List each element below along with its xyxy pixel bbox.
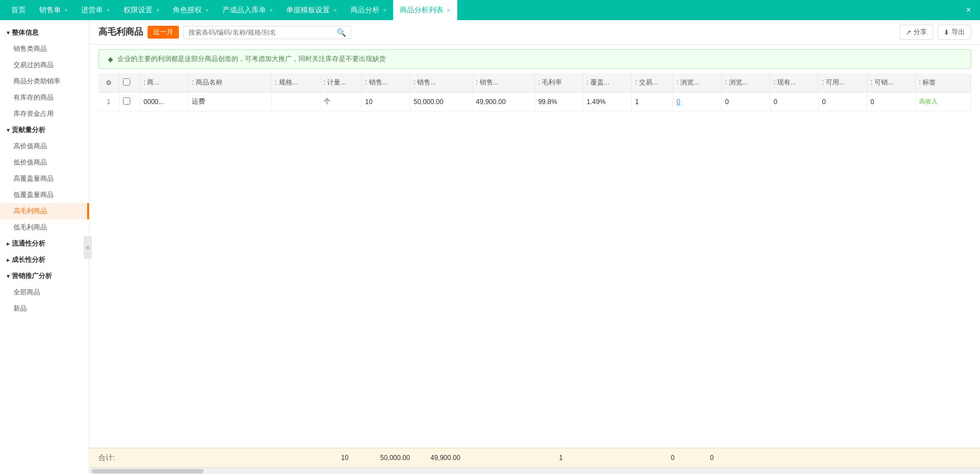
nav-close-icon[interactable]: × [156,7,159,13]
nav-item-产成品入库单[interactable]: 产成品入库单× [216,0,280,20]
search-icon: 🔍 [337,28,346,37]
nav-close-icon[interactable]: × [205,7,209,13]
sidebar-item-高毛利商品[interactable]: 高毛利商品 [0,203,89,219]
search-input[interactable] [188,29,337,36]
sellable-stock: 0 [867,92,916,111]
sidebar-item-交易过的商品[interactable]: 交易过的商品 [0,57,89,73]
col-header-17[interactable]: : 标签 [915,73,970,92]
sidebar-collapse-button[interactable]: « [84,236,92,259]
col-header-3[interactable]: : 商品名称 [188,73,272,92]
footer-cell-6: 10 [338,454,377,462]
footer-cell-12 [589,454,628,462]
col-header-5[interactable]: : 计量... [320,73,361,92]
sidebar-group-贡献量分析[interactable]: ▾贡献量分析 [0,122,89,138]
sidebar-item-新品[interactable]: 新品 [0,301,89,317]
coverage: 1.49% [583,92,632,111]
nav-item-角色授权[interactable]: 角色授权× [166,0,215,20]
table-footer: 合计:1050,000.0049,900.00100 [89,448,980,467]
col-header-9[interactable]: : 毛利率 [534,73,583,92]
sidebar: ▾整体信息销售类商品交易过的商品商品分类助销率有库存的商品库存资金占用▾贡献量分… [0,20,89,474]
col-header-1[interactable] [119,73,140,92]
sidebar-group-arrow: ▾ [7,127,10,133]
col-header-0[interactable]: ⚙ [98,73,119,92]
col-header-7[interactable]: : 销售... [410,73,472,92]
nav-item-单据模板设置[interactable]: 单据模板设置× [280,0,343,20]
product-spec [272,92,320,111]
sidebar-group-arrow: ▾ [7,273,10,279]
data-table-wrapper: ⚙: 商...: 商品名称: 规格...: 计量...: 销售...: 销售..… [89,73,980,448]
footer-cell-3 [198,454,265,462]
col-header-8[interactable]: : 销售... [472,73,534,92]
transaction: 1 [632,92,673,111]
nav-close-icon[interactable]: × [106,7,110,13]
product-code: 0000... [140,92,188,111]
browse1[interactable]: 0 [673,92,722,111]
col-header-13[interactable]: : 浏览... [722,73,770,92]
nav-item-商品分析列表[interactable]: 商品分析列表× [393,0,457,20]
horizontal-scrollbar[interactable] [89,467,980,474]
row-checkbox[interactable] [119,92,140,111]
footer-cell-10 [517,454,556,462]
footer-cell-15: 0 [707,454,746,462]
sidebar-group-流通性分析[interactable]: ▸流通性分析 [0,236,89,252]
export-button[interactable]: ⬇ 导出 [938,25,971,40]
sidebar-group-整体信息[interactable]: ▾整体信息 [0,25,89,41]
sidebar-group-arrow: ▾ [7,30,10,36]
nav-item-进货单[interactable]: 进货单× [74,0,116,20]
info-icon: ◆ [108,55,113,63]
top-nav: 首页销售单×进货单×权限设置×角色授权×产成品入库单×单据模板设置×商品分析×商… [0,0,980,20]
data-table: ⚙: 商...: 商品名称: 规格...: 计量...: 销售...: 销售..… [98,73,971,111]
nav-item-商品分析[interactable]: 商品分析× [344,0,393,20]
gross-rate: 99.8% [534,92,583,111]
sales-qty: 10 [362,92,410,111]
sidebar-item-销售类商品[interactable]: 销售类商品 [0,41,89,57]
time-filter-button[interactable]: 近一月 [148,26,179,39]
search-box: 🔍 [183,26,351,39]
product-unit: 个 [320,92,361,111]
col-header-15[interactable]: : 可用... [818,73,867,92]
sidebar-group-arrow: ▸ [7,257,10,263]
sidebar-item-库存资金占用[interactable]: 库存资金占用 [0,106,89,122]
sidebar-item-低价值商品[interactable]: 低价值商品 [0,154,89,171]
sidebar-item-全部商品[interactable]: 全部商品 [0,284,89,301]
scroll-thumb[interactable] [92,469,203,473]
sidebar-item-有库存的商品[interactable]: 有库存的商品 [0,90,89,106]
content-header: 高毛利商品 近一月 🔍 ↗ 分享 ⬇ 导出 [89,20,980,45]
page-title: 高毛利商品 [98,26,143,38]
footer-cell-16 [746,454,785,462]
window-close-button[interactable]: × [962,5,976,15]
sidebar-group-成长性分析[interactable]: ▸成长性分析 [0,252,89,268]
footer-cell-7: 50,000.00 [377,454,427,462]
sidebar-item-高价值商品[interactable]: 高价值商品 [0,138,89,154]
row-select-checkbox[interactable] [123,97,130,105]
nav-item-权限设置[interactable]: 权限设置× [117,0,166,20]
sidebar-item-低覆盖量商品[interactable]: 低覆盖量商品 [0,187,89,203]
col-header-11[interactable]: : 交易... [632,73,673,92]
nav-close-icon[interactable]: × [383,7,386,13]
col-header-14[interactable]: : 现有... [770,73,818,92]
col-header-10[interactable]: : 覆盖... [583,73,632,92]
sidebar-item-高覆盖量商品[interactable]: 高覆盖量商品 [0,171,89,187]
col-header-4[interactable]: : 规格... [272,73,320,92]
browse2: 0 [722,92,770,111]
sidebar-item-商品分类助销率[interactable]: 商品分类助销率 [0,73,89,90]
share-button[interactable]: ↗ 分享 [899,25,933,40]
tag: 高收入 [915,92,970,111]
nav-close-icon[interactable]: × [447,7,450,13]
nav-item-首页[interactable]: 首页 [4,0,32,20]
nav-close-icon[interactable]: × [64,7,68,13]
col-header-16[interactable]: : 可销... [867,73,916,92]
sidebar-group-营销推广分析[interactable]: ▾营销推广分析 [0,268,89,284]
export-label: 导出 [951,27,965,37]
nav-close-icon[interactable]: × [269,7,273,13]
sidebar-item-低毛利商品[interactable]: 低毛利商品 [0,219,89,236]
nav-item-销售单[interactable]: 销售单× [32,0,74,20]
col-header-2[interactable]: : 商... [140,73,188,92]
share-icon: ↗ [906,29,911,36]
export-icon: ⬇ [944,29,949,36]
footer-cell-13 [628,454,667,462]
col-header-6[interactable]: : 销售... [362,73,410,92]
select-all-checkbox[interactable] [123,78,130,86]
nav-close-icon[interactable]: × [333,7,337,13]
col-header-12[interactable]: : 浏览... [673,73,722,92]
